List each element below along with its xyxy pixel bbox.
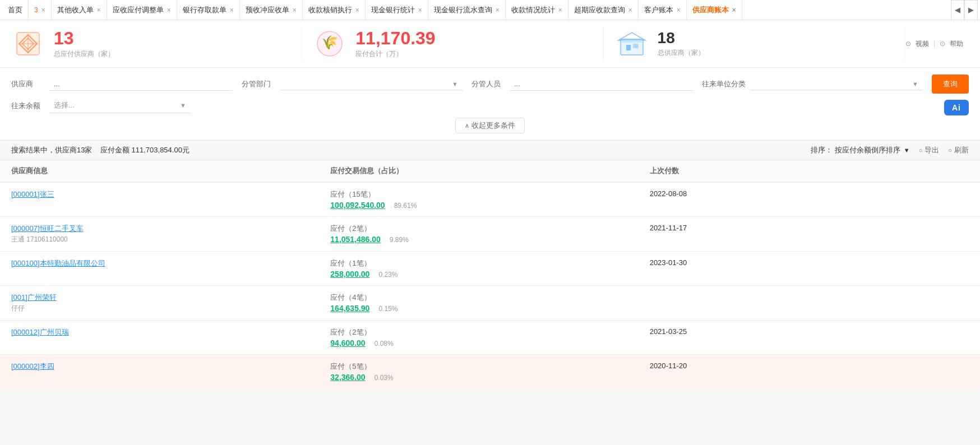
close-tab-advance-collect[interactable]: × (293, 6, 297, 14)
ai-badge[interactable]: Ai (944, 100, 969, 115)
chevron-up-icon: ∧ (465, 122, 469, 129)
supplier-link-000001[interactable]: [000001]张三 (11, 189, 330, 200)
transaction-cell: 应付（1笔） 258,000.00 0.23% (330, 258, 649, 279)
header-transaction-info: 应付交易信息（占比） (330, 166, 649, 176)
balance-label: 往来余额 (11, 101, 45, 111)
category-select[interactable]: ▼ (750, 78, 923, 90)
nav-prev-arrow[interactable]: ◀ (951, 0, 964, 20)
transaction-cell: 应付（15笔） 100,092,540.00 89.61% (330, 189, 649, 210)
supplier-link-000012[interactable]: [000012]广州贝瑞 (11, 327, 330, 337)
nav-tab-other-income[interactable]: 其他收入单 × (52, 0, 107, 20)
transaction-amount-000012[interactable]: 94,600.00 (330, 339, 365, 347)
transaction-cell: 应付（2笔） 94,600.00 0.08% (330, 327, 649, 347)
refresh-icon: ○ (948, 147, 952, 154)
shop-icon (615, 27, 649, 61)
transaction-percent-000012: 0.08% (375, 340, 394, 347)
stat-ap-total: 🌾 11,170.39 应付合计（万） (302, 27, 603, 61)
nav-tab-home[interactable]: 首页 (2, 0, 29, 20)
close-tab-supplier-account[interactable]: × (732, 6, 736, 14)
nav-tab-ap-adj[interactable]: 应收应付调整单 × (107, 0, 177, 20)
refresh-button[interactable]: ○ 刷新 (948, 145, 969, 155)
filter-row-1: 供应商 分管部门 ▼ 分管人员 往来单位分类 ▼ 查询 (11, 75, 969, 94)
balance-select[interactable]: 选择... ▼ (49, 98, 191, 113)
header-last-payment: 上次付数 (650, 166, 969, 176)
filter-dept: 分管部门 ▼ (242, 78, 463, 90)
supplier-label: 供应商 (11, 79, 45, 89)
close-tab-ap-adj[interactable]: × (167, 6, 171, 14)
close-tab-overdue-query[interactable]: × (628, 6, 632, 14)
collapse-filters-button[interactable]: ∧ 收起更多条件 (455, 118, 525, 133)
table-row: [000007]恒旺二手叉车 王通 17106110000 应付（2笔） 11,… (0, 217, 980, 252)
nav-tab-3[interactable]: 3 × (29, 0, 52, 20)
supplier-link-000100[interactable]: [000100]本特勤油品有限公司 (11, 258, 330, 268)
last-payment-cell: 2021-11-17 (650, 224, 969, 232)
export-icon: ○ (919, 147, 923, 154)
filter-bar: 供应商 分管部门 ▼ 分管人员 往来单位分类 ▼ 查询 (0, 68, 980, 141)
top-right-links: ⊙ 视频 | ⊙ 帮助 (905, 39, 969, 49)
nav-tab-receipt-stat[interactable]: 收款情况统计 × (506, 0, 568, 20)
supplier-info-cell: [000002]李四 (11, 361, 330, 372)
transaction-percent-000001: 89.61% (394, 202, 417, 210)
nav-tab-cash-bank-stat[interactable]: 现金银行统计 × (366, 0, 428, 20)
transaction-amount-000100[interactable]: 258,000.00 (330, 270, 369, 279)
close-tab-cash-flow[interactable]: × (496, 6, 500, 14)
supplier-link-001[interactable]: [001]广州荣轩 (11, 293, 330, 303)
last-payment-cell: 2022-08-08 (650, 189, 969, 198)
transaction-amount-000002[interactable]: 32,366.00 (330, 373, 365, 382)
diamond-icon (11, 27, 45, 61)
nav-next-arrow[interactable]: ▶ (964, 0, 978, 20)
results-bar: 搜索结果中，供应商13家 应付金额 111,703,854.00元 排序： 按应… (0, 141, 980, 160)
person-label: 分管人员 (471, 79, 505, 89)
close-tab-other-income[interactable]: × (97, 6, 101, 14)
close-tab-receipt-exec[interactable]: × (355, 6, 359, 14)
close-tab-3[interactable]: × (41, 6, 45, 14)
nav-tab-cash-flow[interactable]: 现金银行流水查询 × (428, 0, 506, 20)
close-tab-customer-account[interactable]: × (677, 6, 681, 14)
nav-tab-bank-deposit[interactable]: 银行存取款单 × (177, 0, 240, 20)
filter-balance: 往来余额 选择... ▼ (11, 98, 191, 113)
transaction-percent-001: 0.15% (378, 305, 397, 313)
ap-suppliers-number: 13 (54, 29, 114, 47)
nav-tab-advance-collect[interactable]: 预收冲应收单 × (240, 0, 303, 20)
results-summary: 搜索结果中，供应商13家 应付金额 111,703,854.00元 (11, 145, 189, 155)
supplier-info-cell: [001]广州荣轩 仔仔 (11, 293, 330, 313)
table-header: 供应商信息 应付交易信息（占比） 上次付数 (0, 160, 980, 183)
transaction-amount-001[interactable]: 164,635.90 (330, 304, 369, 313)
close-tab-cash-bank-stat[interactable]: × (418, 6, 422, 14)
nav-tab-customer-account[interactable]: 客户账本 × (639, 0, 687, 20)
filter-supplier: 供应商 (11, 77, 233, 91)
transaction-cell: 应付（2笔） 11,051,486.00 9.89% (330, 224, 649, 244)
close-tab-receipt-stat[interactable]: × (558, 6, 562, 14)
search-button[interactable]: 查询 (932, 75, 969, 94)
stats-bar: 13 总应付供应商（家） 🌾 11,170.39 应付合计（万） (0, 20, 980, 68)
video-link[interactable]: 视频 (916, 39, 929, 49)
svg-rect-9 (626, 45, 631, 50)
sort-select[interactable]: 排序： 按应付余额倒序排序 ▼ (811, 145, 910, 155)
rice-icon: 🌾 (313, 27, 346, 61)
svg-rect-12 (622, 40, 642, 43)
person-input[interactable] (510, 77, 693, 91)
close-tab-bank-deposit[interactable]: × (230, 6, 234, 14)
nav-tab-receipt-exec[interactable]: 收款核销执行 × (303, 0, 366, 20)
supplier-table: 供应商信息 应付交易信息（占比） 上次付数 [000001]张三 应付（15笔）… (0, 160, 980, 389)
nav-tab-supplier-account[interactable]: 供应商账本 × (687, 0, 742, 20)
transaction-amount-000007[interactable]: 11,051,486.00 (330, 235, 381, 244)
transaction-amount-000001[interactable]: 100,092,540.00 (330, 201, 385, 210)
supplier-link-000007[interactable]: [000007]恒旺二手叉车 (11, 224, 330, 234)
stat-ap-suppliers-content: 13 总应付供应商（家） (54, 29, 114, 59)
ap-total-number: 11,170.39 (355, 29, 435, 47)
supplier-info-cell: [000012]广州贝瑞 (11, 327, 330, 337)
table-row: [000100]本特勤油品有限公司 应付（1笔） 258,000.00 0.23… (0, 252, 980, 286)
supplier-link-000002[interactable]: [000002]李四 (11, 361, 330, 372)
svg-text:🌾: 🌾 (321, 34, 338, 50)
supplier-input[interactable] (49, 77, 233, 91)
transaction-percent-000100: 0.23% (378, 271, 397, 279)
nav-tab-overdue-query[interactable]: 超期应收款查询 × (568, 0, 639, 20)
total-suppliers-label: 总供应商（家） (658, 48, 705, 58)
balance-chevron-icon: ▼ (180, 102, 186, 109)
ap-suppliers-label: 总应付供应商（家） (54, 49, 114, 59)
export-button[interactable]: ○ 导出 (919, 145, 940, 155)
help-link[interactable]: 帮助 (950, 39, 963, 49)
transaction-cell: 应付（5笔） 32,366.00 0.03% (330, 361, 649, 382)
dept-select[interactable]: ▼ (280, 78, 463, 90)
